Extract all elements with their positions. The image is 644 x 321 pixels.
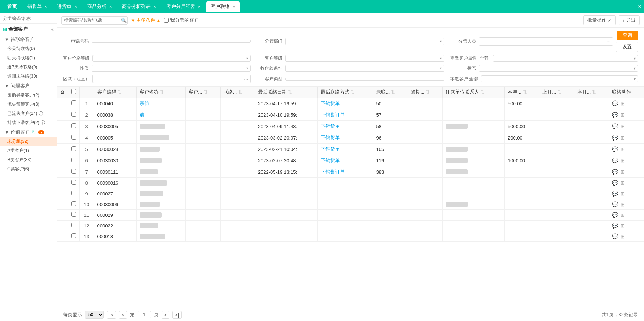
row-last-method-cell[interactable]: 下销货单 [317, 155, 373, 166]
sidebar-item-tomorrow[interactable]: 明天待联络(1) [0, 53, 57, 63]
my-customers-checkbox[interactable] [164, 18, 169, 23]
contact-tab-close[interactable]: × [233, 4, 235, 9]
row-checkbox[interactable] [71, 223, 76, 227]
row-checkbox[interactable] [71, 135, 76, 140]
grid-action-icon[interactable]: ⊞ [620, 112, 625, 118]
retail-customer-input[interactable]: ▾ [481, 75, 638, 82]
sidebar-item-declining[interactable]: 持续下滑客户(2) ⓘ [0, 118, 57, 127]
search-icon[interactable]: 🔍 [121, 18, 127, 23]
all-customers-header[interactable]: ⊞ 全部客户 « [0, 24, 57, 35]
problem-customer-group[interactable]: ▼ 问题客户 [0, 81, 57, 91]
message-icon[interactable]: 💬 [612, 169, 618, 175]
nav-tab-home[interactable]: 首页 [3, 1, 21, 12]
grid-action-icon[interactable]: ⊞ [620, 169, 625, 175]
row-last-method-cell[interactable] [317, 178, 373, 188]
message-icon[interactable]: 💬 [612, 100, 618, 106]
page-number-input[interactable] [138, 311, 151, 318]
sidebar-search-input[interactable] [3, 16, 57, 21]
purchase-tab-close[interactable]: × [74, 4, 77, 9]
grid-action-icon[interactable]: ⊞ [620, 146, 625, 152]
collapse-button[interactable]: « [51, 27, 54, 32]
th-code[interactable]: 客户编码 ⇅ [94, 87, 136, 98]
search-button[interactable]: 查询 [617, 31, 638, 40]
last-method-link[interactable]: 下销货单 [321, 158, 340, 163]
row-last-method-cell[interactable]: 下销售订单 [317, 109, 373, 121]
row-checkbox-cell[interactable] [68, 210, 79, 221]
export-button[interactable]: ↑ 导出 [619, 15, 640, 25]
nature-input[interactable]: ▾ [92, 65, 251, 72]
row-checkbox-cell[interactable] [68, 166, 79, 178]
th-checkbox[interactable] [68, 87, 79, 98]
last-method-link[interactable]: 下销货单 [321, 100, 340, 106]
refresh-icon[interactable]: ↻ [32, 130, 36, 135]
row-checkbox[interactable] [71, 100, 76, 105]
nav-tab-analysis[interactable]: 商品分析 × [83, 1, 116, 12]
row-last-method-cell[interactable]: 下销售订单 [317, 166, 373, 178]
row-checkbox-cell[interactable] [68, 155, 79, 166]
row-checkbox[interactable] [71, 212, 76, 217]
message-icon[interactable]: 💬 [612, 112, 618, 118]
prev-page-button[interactable]: < [119, 311, 127, 319]
next-page-button[interactable]: > [162, 311, 170, 319]
sidebar-item-c-class[interactable]: C类客户(6) [0, 165, 57, 174]
sidebar-item-7days[interactable]: 近7天待联络(0) [0, 63, 57, 72]
price-level-input[interactable]: ▾ [92, 55, 251, 62]
th-last-date[interactable]: 最后联络日期 ⇅ [255, 87, 317, 98]
row-checkbox-cell[interactable] [68, 178, 79, 188]
status-input[interactable]: ▾ [479, 65, 638, 72]
row-last-method-cell[interactable] [317, 210, 373, 221]
main-search-input[interactable] [64, 18, 119, 23]
sidebar-item-overdue[interactable]: 逾期未联络(30) [0, 72, 57, 81]
th-this-year[interactable]: 本年... ⇅ [505, 87, 539, 98]
segment-tab-close[interactable]: × [198, 4, 200, 9]
sidebar-item-abnormal[interactable]: 囤购异常客户(2) [0, 91, 57, 100]
message-icon[interactable]: 💬 [612, 158, 618, 163]
last-method-link[interactable]: 下销货单 [321, 123, 340, 129]
sales-tab-close[interactable]: × [45, 4, 47, 9]
th-name[interactable]: 客户名称 ⇅ [136, 87, 186, 98]
grid-action-icon[interactable]: ⊞ [620, 158, 625, 163]
more-conditions-button[interactable]: ▼ 更多条件 ▲ [131, 17, 161, 24]
row-checkbox-cell[interactable] [68, 231, 79, 242]
row-last-method-cell[interactable]: 下销货单 [317, 98, 373, 109]
row-last-method-cell[interactable] [317, 199, 373, 210]
grid-action-icon[interactable]: ⊞ [620, 135, 625, 141]
first-page-button[interactable]: |< [107, 311, 116, 319]
person-input[interactable]: ··· [479, 37, 613, 46]
row-checkbox-cell[interactable] [68, 98, 79, 109]
th-last-method[interactable]: 最后联络方式 ⇅ [317, 87, 373, 98]
my-customers-check[interactable]: 我分管的客户 [164, 17, 199, 24]
phone-input[interactable] [92, 40, 251, 43]
th-overdue[interactable]: 逾期... ⇅ [408, 87, 442, 98]
pending-contact-group[interactable]: ▼ 待联络客户 [0, 35, 57, 44]
nav-tab-customer-contact[interactable]: 客户联络 × [206, 1, 239, 12]
row-checkbox[interactable] [71, 201, 76, 206]
analysis-list-tab-close[interactable]: × [154, 4, 156, 9]
message-icon[interactable]: 💬 [612, 233, 618, 239]
row-last-method-cell[interactable] [317, 231, 373, 242]
last-method-link[interactable]: 下销货单 [321, 146, 340, 152]
last-method-link[interactable]: 下销售订单 [321, 169, 345, 174]
row-checkbox-cell[interactable] [68, 144, 79, 155]
grid-action-icon[interactable]: ⊞ [620, 212, 625, 218]
customer-level-input[interactable]: ▾ [285, 55, 444, 62]
payment-input[interactable]: ▾ [285, 65, 444, 72]
sidebar-item-lost[interactable]: 已流失客户(24) ⓘ [0, 109, 57, 118]
row-checkbox[interactable] [71, 191, 76, 195]
last-method-link[interactable]: 下销货单 [321, 135, 340, 140]
grid-action-icon[interactable]: ⊞ [620, 191, 625, 197]
th-last-month[interactable]: 上月... ⇅ [539, 87, 574, 98]
message-icon[interactable]: 💬 [612, 201, 618, 207]
row-last-method-cell[interactable] [317, 188, 373, 199]
sidebar-item-a-class[interactable]: A类客户(1) [0, 146, 57, 155]
row-checkbox[interactable] [71, 158, 76, 162]
row-last-method-cell[interactable]: 下销货单 [317, 121, 373, 132]
grid-action-icon[interactable]: ⊞ [620, 201, 625, 207]
analysis-tab-close[interactable]: × [109, 4, 112, 9]
row-checkbox[interactable] [71, 180, 76, 185]
sidebar-item-today[interactable]: 今天待联络(0) [0, 44, 57, 53]
reset-button[interactable]: 设置 [616, 42, 638, 52]
message-icon[interactable]: 💬 [612, 180, 618, 186]
sidebar-search-bar[interactable]: 🔍 [0, 13, 57, 24]
close-all-button[interactable]: × [638, 3, 641, 10]
